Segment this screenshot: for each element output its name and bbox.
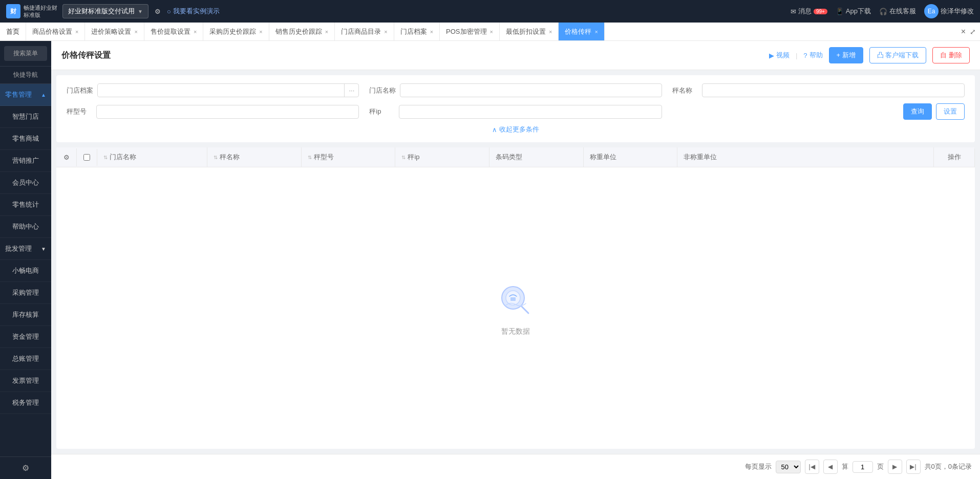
- sidebar-item-retail-mall[interactable]: 零售商城: [0, 128, 51, 150]
- select-all-checkbox[interactable]: [83, 154, 90, 161]
- first-page-button[interactable]: |◀: [805, 460, 819, 474]
- tab-label: 最低折扣设置: [506, 27, 546, 36]
- filter-store-archive: 门店档案 ···: [67, 83, 359, 97]
- close-icon[interactable]: ×: [490, 29, 493, 35]
- messages-button[interactable]: ✉ 消息 99+: [791, 7, 827, 16]
- col-label: 称重单位: [590, 153, 616, 162]
- store-archive-input-wrapper: ···: [97, 83, 359, 97]
- close-icon[interactable]: ×: [259, 29, 262, 35]
- col-label: 秤ip: [408, 153, 419, 162]
- store-archive-input[interactable]: [98, 84, 344, 97]
- close-icon[interactable]: ×: [134, 29, 137, 35]
- sidebar-item-retail[interactable]: 零售管理 ▲: [0, 84, 51, 106]
- table-col-weight-unit: 称重单位: [584, 147, 678, 167]
- sidebar-item-member[interactable]: 会员中心: [0, 172, 51, 194]
- sidebar-item-invoice[interactable]: 发票管理: [0, 370, 51, 392]
- last-page-button[interactable]: ▶|: [906, 460, 921, 474]
- sidebar-item-inventory[interactable]: 库存核算: [0, 304, 51, 326]
- close-icon[interactable]: ×: [194, 29, 197, 35]
- tab-purchase-strategy[interactable]: 进价策略设置 ×: [85, 23, 144, 41]
- scale-name-input[interactable]: [702, 83, 965, 97]
- tab-price-scale[interactable]: 价格传秤 ×: [559, 23, 604, 41]
- phone-icon: 📱: [836, 8, 844, 15]
- total-text: 共0页，0条记录: [925, 462, 972, 471]
- user-name: 徐泽华修改: [941, 7, 974, 16]
- add-label: + 新增: [837, 51, 856, 60]
- close-icon[interactable]: ×: [549, 29, 552, 35]
- tab-purchase-history[interactable]: 采购历史价跟踪 ×: [203, 23, 269, 41]
- sidebar-item-label: 资金管理: [12, 332, 39, 341]
- store-name-input[interactable]: [400, 83, 662, 97]
- sidebar-item-marketing[interactable]: 营销推广: [0, 150, 51, 172]
- sidebar-item-finance[interactable]: 资金管理: [0, 326, 51, 348]
- scale-model-input[interactable]: [96, 105, 359, 119]
- query-label: 查询: [911, 107, 924, 116]
- tab-label: POS加密管理: [446, 27, 486, 36]
- sort-icon[interactable]: ⇅: [308, 155, 312, 160]
- close-tab-icon[interactable]: ×: [961, 27, 966, 36]
- messages-badge: 99+: [814, 9, 827, 14]
- sidebar-item-retail-stats[interactable]: 零售统计: [0, 194, 51, 216]
- delete-button[interactable]: 自 删除: [932, 47, 970, 63]
- close-icon[interactable]: ×: [430, 29, 433, 35]
- app-download-button[interactable]: 📱 App下载: [836, 7, 871, 16]
- next-page-button[interactable]: ▶: [888, 460, 902, 474]
- page-input[interactable]: 1: [853, 461, 873, 473]
- sort-icon[interactable]: ⇅: [401, 155, 406, 160]
- tab-sale-price[interactable]: 售价提取设置 ×: [144, 23, 203, 41]
- table-header: ⚙ ⇅ 门店名称 ⇅ 秤名称 ⇅ 秤型号 ⇅: [56, 147, 975, 167]
- tab-sales-history[interactable]: 销售历史价跟踪 ×: [269, 23, 335, 41]
- divider: |: [796, 52, 797, 59]
- tab-product-price[interactable]: 商品价格设置 ×: [26, 23, 85, 41]
- version-selector[interactable]: 好业财标准版交付试用 ▼: [62, 4, 148, 18]
- scale-ip-input[interactable]: [399, 105, 662, 119]
- online-service-button[interactable]: 🎧 在线客服: [879, 7, 916, 16]
- tab-min-discount[interactable]: 最低折扣设置 ×: [500, 23, 559, 41]
- per-page-label: 每页显示: [745, 462, 772, 471]
- download-button[interactable]: 凸 客户端下载: [869, 47, 927, 63]
- query-button[interactable]: 查询: [903, 103, 932, 120]
- table-settings-cell[interactable]: ⚙: [56, 148, 77, 166]
- tab-pos-encrypt[interactable]: POS加密管理 ×: [440, 23, 500, 41]
- tab-store-archive[interactable]: 门店档案 ×: [394, 23, 440, 41]
- help-link[interactable]: ? 帮助: [803, 51, 822, 60]
- prev-page-button[interactable]: ◀: [823, 460, 838, 474]
- tab-store-catalog[interactable]: 门店商品目录 ×: [335, 23, 394, 41]
- dots-icon[interactable]: ···: [344, 84, 358, 97]
- tab-home[interactable]: 首页: [0, 23, 26, 41]
- sidebar-item-smart-store[interactable]: 智慧门店: [0, 106, 51, 128]
- sidebar-item-wholesale[interactable]: 批发管理 ▼: [0, 238, 51, 260]
- user-menu[interactable]: Ea 徐泽华修改: [924, 4, 974, 18]
- col-label: 秤名称: [220, 153, 240, 162]
- sort-icon[interactable]: ⇅: [103, 155, 108, 160]
- help-label: 帮助: [809, 51, 823, 60]
- avatar: Ea: [924, 4, 939, 18]
- sidebar-item-ledger[interactable]: 总账管理: [0, 348, 51, 370]
- sidebar-item-tax[interactable]: 税务管理: [0, 392, 51, 414]
- close-icon[interactable]: ×: [384, 29, 387, 35]
- search-menu-button[interactable]: 搜索菜单: [4, 46, 47, 61]
- settings-icon[interactable]: ⚙: [153, 6, 163, 17]
- sidebar-item-help[interactable]: 帮助中心: [0, 216, 51, 238]
- tab-label: 采购历史价跟踪: [209, 27, 256, 36]
- empty-state: 暂无数据: [56, 167, 975, 449]
- sort-icon[interactable]: ⇅: [214, 155, 218, 160]
- gear-icon[interactable]: ⚙: [22, 464, 29, 472]
- collapse-button[interactable]: ∧ 收起更多条件: [492, 125, 539, 134]
- settings-button[interactable]: 设置: [936, 103, 965, 120]
- per-page-select[interactable]: 50: [776, 461, 801, 473]
- app-download-label: App下载: [846, 7, 871, 16]
- nav-label: 快捷导航: [13, 71, 38, 78]
- sidebar-item-ecommerce[interactable]: 小畅电商: [0, 260, 51, 282]
- add-button[interactable]: + 新增: [829, 47, 863, 63]
- table-col-scale-name: ⇅ 秤名称: [207, 147, 302, 167]
- demo-link[interactable]: ○ 我要看实例演示: [167, 7, 220, 16]
- close-icon[interactable]: ×: [325, 29, 328, 35]
- video-link[interactable]: ▶ 视频: [769, 51, 790, 60]
- headset-icon: 🎧: [879, 8, 887, 15]
- close-icon[interactable]: ×: [594, 29, 598, 35]
- expand-tab-icon[interactable]: ⤢: [970, 28, 976, 36]
- close-icon[interactable]: ×: [75, 29, 78, 35]
- sidebar-item-purchase[interactable]: 采购管理: [0, 282, 51, 304]
- logo-icon: 财: [6, 4, 20, 18]
